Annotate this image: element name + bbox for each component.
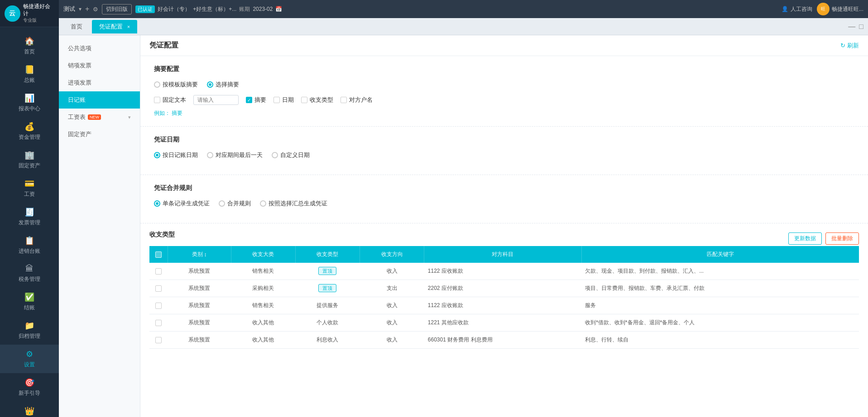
income-type-box <box>301 97 307 103</box>
left-panel-item-purchase_invoice[interactable]: 进项发票 <box>59 74 140 91</box>
topbar-user-info[interactable]: 旺 畅捷通旺旺... <box>817 3 863 15</box>
left-panel-item-public[interactable]: 公共选项 <box>59 40 140 57</box>
sidebar-item-settings[interactable]: ⚙ 设置 <box>0 345 59 373</box>
summary-radio-select[interactable]: 选择摘要 <box>207 81 239 89</box>
topbar-calendar-icon[interactable]: 📅 <box>275 6 282 12</box>
fixed-text-label: 固定文本 <box>163 96 186 104</box>
row-0-keywords: 欠款、现金、项目款、到付款、报销款、汇入、... <box>581 263 859 280</box>
row-1-keywords: 项目、日常费用、报销款、车费、承兑汇票、付款 <box>581 280 859 297</box>
person-icon: 👤 <box>782 6 788 12</box>
row-checkbox-4[interactable] <box>155 337 162 343</box>
batch-delete-button[interactable]: 批量删除 <box>825 232 859 245</box>
row-4-keywords: 利息、行转、续自 <box>581 332 859 349</box>
refresh-button[interactable]: ↻ 刷新 <box>840 42 859 50</box>
row-2-category: 系统预置 <box>168 297 231 314</box>
row-checkbox-1[interactable] <box>155 285 162 292</box>
sidebar-item-report[interactable]: 📊 报表中心 <box>0 89 59 117</box>
date-radio-custom[interactable]: 自定义日期 <box>272 151 310 159</box>
tab-voucher-config[interactable]: 凭证配置 × <box>92 20 137 33</box>
date-radio-period-last[interactable]: 对应期间最后一天 <box>207 151 263 159</box>
merge-radio-merge[interactable]: 合并规则 <box>219 199 251 208</box>
fixed-text-box <box>154 97 160 103</box>
example-prefix: 例如： <box>154 110 170 116</box>
left-panel-label-purchase_invoice: 进项发票 <box>68 79 91 87</box>
radio-single-label: 单条记录生成凭证 <box>163 199 210 208</box>
radio-single-dot <box>156 202 158 205</box>
sidebar-item-ledger[interactable]: 📒 总账 <box>0 60 59 89</box>
example-value: 摘要 <box>172 110 182 116</box>
sidebar-label-invoice: 发票管理 <box>19 219 40 227</box>
sidebar-item-asset[interactable]: 🏢 固定资产 <box>0 146 59 174</box>
merge-radio-select-total[interactable]: 按照选择汇总生成凭证 <box>260 199 327 208</box>
page-header: 凭证配置 ↻ 刷新 <box>140 35 868 56</box>
sidebar-item-tax[interactable]: 🏛 税务管理 <box>0 260 59 288</box>
sidebar-label-tax: 税务管理 <box>19 275 40 283</box>
row-2-direction: 收入 <box>360 297 424 314</box>
left-panel-item-journal[interactable]: 日记账 <box>59 91 140 109</box>
tab-home[interactable]: 首页 <box>63 20 90 33</box>
topbar-gear-btn[interactable]: ⚙ <box>93 6 98 13</box>
update-data-button[interactable]: 更新数据 <box>788 232 822 245</box>
asset-icon: 🏢 <box>24 150 34 160</box>
topbar-dropdown-arrow[interactable]: ▾ <box>79 6 82 12</box>
counter-name-box <box>340 97 347 103</box>
merge-section: 凭证合并规则 单条记录生成凭证 合并规则 按照选择汇总生成凭证 <box>140 175 868 223</box>
sidebar-item-settle[interactable]: ✅ 结账 <box>0 288 59 316</box>
merge-radio-single[interactable]: 单条记录生成凭证 <box>154 199 210 208</box>
summary-radio-template[interactable]: 按模板版摘要 <box>154 81 198 89</box>
table-row: 系统预置 销售相关 置顶 收入 1122 应收账款 欠款、现金、项目款、到付款、… <box>149 263 859 280</box>
row-3-checkbox[interactable] <box>149 314 168 332</box>
sidebar-item-guide[interactable]: 🎯 新手引导 <box>0 373 59 402</box>
left-panel-label-fixed_asset: 固定资产 <box>68 130 91 138</box>
checkbox-income-type[interactable]: 收支类型 <box>301 96 333 104</box>
checkbox-fixed-text[interactable]: 固定文本 <box>154 96 186 104</box>
row-checkbox-3[interactable] <box>155 320 162 326</box>
sidebar-item-fund[interactable]: 💰 资金管理 <box>0 117 59 146</box>
fixed-text-input[interactable] <box>193 95 239 105</box>
row-2-checkbox[interactable] <box>149 297 168 314</box>
left-panel-item-payroll_table[interactable]: 工资表NEW▾ <box>59 109 140 126</box>
topbar-consult-btn[interactable]: 👤 人工咨询 <box>782 5 812 13</box>
sidebar-item-sales[interactable]: 📋 进销台账 <box>0 231 59 260</box>
row-checkbox-2[interactable] <box>155 303 162 309</box>
date-radio-journal[interactable]: 按日记账日期 <box>154 151 198 159</box>
row-4-big-category: 收入其他 <box>231 332 295 349</box>
row-1-big-category: 采购相关 <box>231 280 295 297</box>
topbar-version-button[interactable]: 切到旧版 <box>102 4 132 14</box>
date-label: 日期 <box>282 96 294 104</box>
row-1-checkbox[interactable] <box>149 280 168 297</box>
row-1-type-tag[interactable]: 置顶 <box>318 284 336 292</box>
th-category-sort[interactable]: 类别 ↕ <box>172 251 227 258</box>
tabbar-maximize-btn[interactable]: □ <box>859 23 863 31</box>
header-checkbox[interactable] <box>155 251 162 258</box>
th-checkbox[interactable] <box>149 246 168 263</box>
sidebar-item-salary[interactable]: 💳 工资 <box>0 174 59 203</box>
row-3-type: 个人收款 <box>295 314 360 332</box>
row-4-checkbox[interactable] <box>149 332 168 349</box>
tabbar-minimize-btn[interactable]: — <box>848 23 855 31</box>
row-3-counter-account: 1221 其他应收款 <box>424 314 581 332</box>
sidebar-item-archive[interactable]: 📁 归档管理 <box>0 316 59 345</box>
sidebar-item-invoice[interactable]: 🧾 发票管理 <box>0 203 59 231</box>
topbar-add-btn[interactable]: + <box>85 5 89 13</box>
row-0-type-tag[interactable]: 置顶 <box>318 267 336 275</box>
merge-radio-group: 单条记录生成凭证 合并规则 按照选择汇总生成凭证 <box>154 199 854 208</box>
left-panel-item-sales_invoice[interactable]: 销项发票 <box>59 57 140 74</box>
checkbox-date[interactable]: 日期 <box>273 96 294 104</box>
radio-select-total-circle <box>260 200 266 207</box>
row-checkbox-0[interactable] <box>155 268 162 275</box>
radio-period-last-label: 对应期间最后一天 <box>216 151 263 159</box>
row-2-big-category: 销售相关 <box>231 297 295 314</box>
tab-voucher-label: 凭证配置 <box>99 23 123 30</box>
left-panel-item-fixed_asset[interactable]: 固定资产 <box>59 126 140 143</box>
row-0-big-category: 销售相关 <box>231 263 295 280</box>
row-0-checkbox[interactable] <box>149 263 168 280</box>
sidebar-item-home[interactable]: 🏠 首页 <box>0 32 59 60</box>
tabbar-right: — □ <box>848 23 863 31</box>
checkbox-summary[interactable]: ✓ 摘要 <box>246 96 266 104</box>
th-type: 收支类型 <box>295 246 360 263</box>
checkbox-counter-name[interactable]: 对方户名 <box>340 96 373 104</box>
radio-select-circle <box>207 81 213 88</box>
tab-close-btn[interactable]: × <box>127 24 130 29</box>
sidebar-item-member[interactable]: 👑 畅会员 <box>0 402 59 417</box>
